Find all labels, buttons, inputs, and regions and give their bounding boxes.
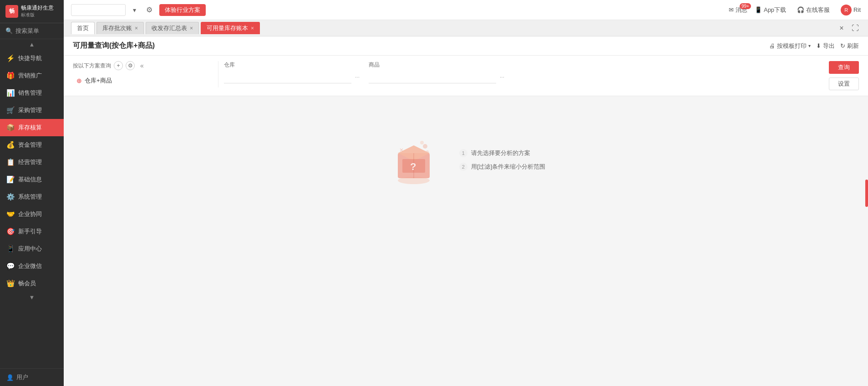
enterprise-icon: 🤝 (6, 210, 15, 218)
sidebar-item-marketing[interactable]: 🎁 营销推广 (0, 67, 64, 84)
tab-stock-summary[interactable]: 收发存汇总表 × (146, 22, 199, 34)
filter-scheme-header: 按以下方案查询 + ⚙ « (73, 61, 213, 70)
trial-btn[interactable]: 体验行业方案 (159, 4, 206, 16)
empty-tip-2: 2 用[过滤]条件来缩小分析范围 (459, 163, 545, 171)
empty-state: ? 1 请先选择要分析的方案 2 (64, 96, 868, 224)
header-gear-btn[interactable]: ⚙ (143, 4, 156, 16)
empty-tips: 1 请先选择要分析的方案 2 用[过滤]条件来缩小分析范围 (459, 149, 545, 171)
scroll-up-btn[interactable]: ▲ (0, 39, 64, 50)
tab-batch-account[interactable]: 库存批次账 × (96, 22, 144, 34)
refresh-label: 刷新 (847, 42, 859, 50)
tab-home-label: 首页 (77, 24, 89, 32)
quick-nav-icon: ⚡ (6, 54, 15, 62)
svg-text:?: ? (410, 161, 416, 172)
sidebar-item-finance[interactable]: 💰 资金管理 (0, 136, 64, 154)
sidebar-item-quick-nav[interactable]: ⚡ 快捷导航 (0, 50, 64, 67)
app-download-btn[interactable]: 📱 App下载 (751, 6, 790, 14)
operation-icon: 📋 (6, 158, 15, 166)
sidebar-item-label: 营销推广 (18, 72, 42, 80)
right-scroll-hint (865, 180, 868, 207)
scheme-item-warehouse-product[interactable]: ⊕ 仓库+商品 (73, 74, 213, 87)
tip-num-1: 1 (459, 149, 467, 157)
search-label: 搜索菜单 (15, 27, 39, 35)
sidebar-item-purchase[interactable]: 🛒 采购管理 (0, 102, 64, 119)
sidebar-item-member[interactable]: 👑 畅会员 (0, 275, 64, 292)
close-tab-btn[interactable]: × (836, 23, 847, 34)
tab-home[interactable]: 首页 (71, 22, 95, 34)
export-btn[interactable]: ⬇ 导出 (816, 42, 835, 50)
sidebar-item-label: 库存核算 (18, 124, 42, 132)
top-header: ▾ ⚙ 体验行业方案 ✉ 消息 99+ 📱 App下载 🎧 在线客服 R Rit (64, 0, 868, 20)
notice-btn[interactable]: ✉ 消息 99+ (729, 6, 747, 14)
query-btn[interactable]: 查询 (829, 61, 859, 74)
brand-icon: 畅 (5, 5, 18, 18)
sidebar-item-label: 经营管理 (18, 158, 42, 166)
product-more[interactable]: ··· (498, 73, 506, 81)
sidebar-item-label: 采购管理 (18, 106, 42, 114)
warehouse-input[interactable] (224, 71, 351, 83)
app-center-icon: 📱 (6, 245, 15, 253)
notice-badge: 99+ (740, 3, 751, 9)
sidebar-item-system[interactable]: ⚙️ 系统管理 (0, 188, 64, 206)
service-label: 在线客服 (806, 6, 830, 14)
user-menu-btn[interactable]: R Rit (841, 5, 861, 15)
export-icon: ⬇ (816, 42, 821, 49)
tip-num-2: 2 (459, 163, 467, 171)
basic-icon: 📝 (6, 175, 15, 184)
sidebar-search[interactable]: 🔍 搜索菜单 (0, 23, 64, 39)
add-scheme-btn[interactable]: + (114, 61, 123, 70)
warehouse-label: 仓库 (224, 61, 361, 69)
brand-text: 畅康通好生意 标准版 (21, 5, 54, 18)
inventory-icon: 📦 (6, 124, 15, 132)
avatar: R (841, 5, 852, 15)
sidebar-item-app-center[interactable]: 📱 应用中心 (0, 240, 64, 257)
scroll-down-btn[interactable]: ▼ (0, 292, 64, 303)
filter-field-product: 商品 ··· (369, 61, 506, 83)
product-input[interactable] (369, 71, 496, 83)
tab-stock-summary-close[interactable]: × (190, 25, 193, 31)
scheme-item-label: 仓库+商品 (85, 77, 112, 85)
tab-available-stock[interactable]: 可用量库存账本 × (201, 22, 260, 34)
sidebar-item-basic[interactable]: 📝 基础信息 (0, 171, 64, 188)
svg-point-6 (423, 144, 427, 149)
warehouse-more[interactable]: ··· (353, 73, 361, 81)
sidebar-item-operation[interactable]: 📋 经营管理 (0, 154, 64, 171)
sidebar-item-sales[interactable]: 📊 销售管理 (0, 84, 64, 102)
empty-icon: ? (386, 133, 441, 187)
main-area: ▾ ⚙ 体验行业方案 ✉ 消息 99+ 📱 App下载 🎧 在线客服 R Rit… (64, 0, 868, 386)
purchase-icon: 🛒 (6, 106, 15, 114)
tab-batch-account-close[interactable]: × (135, 25, 138, 31)
print-dropdown-icon: ▾ (808, 43, 811, 48)
sidebar-nav: ▲ ⚡ 快捷导航 🎁 营销推广 📊 销售管理 🛒 采购管理 📦 库存核算 💰 资… (0, 39, 64, 368)
sidebar-item-wechat[interactable]: 💬 企业微信 (0, 257, 64, 275)
print-btn[interactable]: 🖨 按模板打印 ▾ (769, 42, 811, 50)
online-service-btn[interactable]: 🎧 在线客服 (793, 6, 833, 14)
service-icon: 🎧 (797, 6, 804, 13)
fullscreen-btn[interactable]: ⛶ (850, 23, 861, 34)
app-label: App下载 (764, 6, 786, 14)
edit-scheme-btn[interactable]: ⚙ (126, 61, 135, 70)
header-search-input[interactable] (71, 4, 126, 16)
header-dropdown-btn[interactable]: ▾ (129, 5, 139, 15)
filter-fields: 仓库 ··· 商品 ··· (224, 61, 823, 83)
sidebar-bottom[interactable]: 👤 用户 (0, 368, 64, 386)
search-icon: 🔍 (5, 27, 13, 34)
tab-available-stock-close[interactable]: × (251, 25, 254, 31)
marketing-icon: 🎁 (6, 72, 15, 80)
tab-bar: 首页 库存批次账 × 收发存汇总表 × 可用量库存账本 × × ⛶ (64, 20, 868, 36)
collapse-scheme-btn[interactable]: « (137, 61, 147, 70)
sidebar-item-enterprise[interactable]: 🤝 企业协同 (0, 206, 64, 223)
sidebar-item-inventory[interactable]: 📦 库存核算 (0, 119, 64, 136)
refresh-btn[interactable]: ↻ 刷新 (840, 42, 859, 50)
sidebar-item-label: 资金管理 (18, 141, 42, 149)
sidebar-item-label: 新手引导 (18, 227, 42, 236)
page-header: 可用量查询(按仓库+商品) 🖨 按模板打印 ▾ ⬇ 导出 ↻ 刷新 (64, 36, 868, 56)
finance-icon: 💰 (6, 141, 15, 149)
brand-area: 畅 畅康通好生意 标准版 (0, 0, 64, 23)
settings-btn[interactable]: 设置 (829, 77, 859, 90)
filter-scheme-panel: 按以下方案查询 + ⚙ « ⊕ 仓库+商品 (73, 61, 218, 87)
empty-tip-1: 1 请先选择要分析的方案 (459, 149, 545, 157)
brand-sub: 标准版 (21, 12, 54, 18)
page-title: 可用量查询(按仓库+商品) (73, 41, 155, 51)
sidebar-item-newbie[interactable]: 🎯 新手引导 (0, 223, 64, 240)
